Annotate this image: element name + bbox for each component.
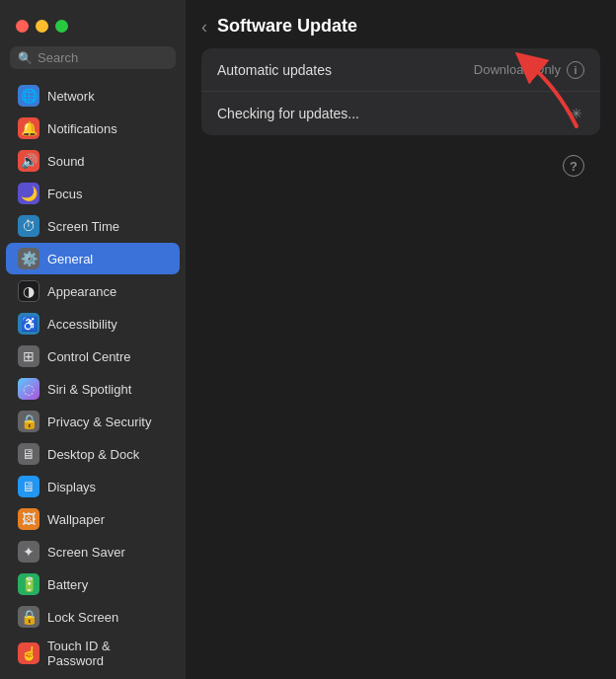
main-header: ‹ Software Update bbox=[186, 0, 616, 48]
row-value-area: Download Only i bbox=[474, 61, 584, 79]
sidebar-items: 🌐Network🔔Notifications🔊Sound🌙Focus⏱Scree… bbox=[0, 79, 186, 679]
automatic-updates-row: Automatic updates Download Only i bbox=[201, 48, 600, 92]
sidebar-item-screensaver[interactable]: ✦Screen Saver bbox=[6, 536, 180, 567]
sound-icon: 🔊 bbox=[18, 150, 39, 172]
sidebar-item-siri[interactable]: ◌Siri & Spotlight bbox=[6, 373, 180, 405]
accessibility-icon: ♿ bbox=[18, 313, 39, 335]
siri-icon: ◌ bbox=[18, 378, 39, 400]
spinner-icon bbox=[569, 106, 584, 121]
sidebar-item-privacy[interactable]: 🔒Privacy & Security bbox=[6, 406, 180, 437]
checking-text: Checking for updates... bbox=[217, 106, 359, 121]
sidebar-item-users[interactable]: 👥Users & Groups bbox=[6, 674, 180, 679]
sidebar-label-touchid: Touch ID & Password bbox=[47, 639, 168, 668]
sidebar-item-appearance[interactable]: ◑Appearance bbox=[6, 275, 180, 307]
lockscreen-icon: 🔒 bbox=[18, 606, 39, 628]
sidebar-item-displays[interactable]: 🖥Displays bbox=[6, 471, 180, 502]
minimize-button[interactable] bbox=[36, 20, 48, 33]
sidebar-item-controlcentre[interactable]: ⊞Control Centre bbox=[6, 340, 180, 372]
screentime-icon: ⏱ bbox=[18, 215, 39, 237]
sidebar-label-sound: Sound bbox=[47, 154, 85, 169]
page-title: Software Update bbox=[217, 16, 357, 37]
main-content: ‹ Software Update Automatic updates Down… bbox=[186, 0, 616, 185]
notifications-icon: 🔔 bbox=[18, 117, 39, 139]
automatic-updates-value: Download Only bbox=[474, 62, 561, 77]
appearance-icon: ◑ bbox=[18, 280, 39, 302]
sidebar-item-wallpaper[interactable]: 🖼Wallpaper bbox=[6, 503, 180, 535]
sidebar-label-appearance: Appearance bbox=[47, 284, 116, 299]
help-button[interactable]: ? bbox=[563, 155, 584, 177]
sidebar-item-battery[interactable]: 🔋Battery bbox=[6, 568, 180, 600]
maximize-button[interactable] bbox=[55, 20, 68, 33]
sidebar-label-siri: Siri & Spotlight bbox=[47, 382, 131, 397]
wallpaper-icon: 🖼 bbox=[18, 508, 39, 530]
focus-icon: 🌙 bbox=[18, 183, 39, 204]
sidebar-item-general[interactable]: ⚙️General bbox=[6, 243, 180, 274]
screensaver-icon: ✦ bbox=[18, 541, 39, 563]
close-button[interactable] bbox=[16, 20, 29, 33]
sidebar-label-battery: Battery bbox=[47, 577, 88, 592]
sidebar-item-touchid[interactable]: ☝Touch ID & Password bbox=[6, 634, 180, 673]
sidebar-label-lockscreen: Lock Screen bbox=[47, 610, 118, 625]
sidebar-label-wallpaper: Wallpaper bbox=[47, 512, 105, 527]
sidebar-label-accessibility: Accessibility bbox=[47, 317, 117, 332]
checking-row: Checking for updates... bbox=[201, 92, 600, 135]
network-icon: 🌐 bbox=[18, 85, 39, 107]
sidebar-item-network[interactable]: 🌐Network bbox=[6, 80, 180, 112]
sidebar: 🔍 Search 🌐Network🔔Notifications🔊Sound🌙Fo… bbox=[0, 0, 186, 679]
sidebar-item-screentime[interactable]: ⏱Screen Time bbox=[6, 210, 180, 242]
sidebar-label-focus: Focus bbox=[47, 187, 82, 201]
battery-icon: 🔋 bbox=[18, 573, 39, 595]
back-button[interactable]: ‹ bbox=[201, 18, 207, 36]
sidebar-item-sound[interactable]: 🔊Sound bbox=[6, 145, 180, 177]
search-label: Search bbox=[38, 50, 78, 65]
main-panel: ‹ Software Update Automatic updates Down… bbox=[186, 0, 616, 679]
sidebar-label-network: Network bbox=[47, 89, 95, 104]
sidebar-item-accessibility[interactable]: ♿Accessibility bbox=[6, 308, 180, 340]
search-icon: 🔍 bbox=[18, 51, 33, 65]
sidebar-item-notifications[interactable]: 🔔Notifications bbox=[6, 113, 180, 144]
desktop-icon: 🖥 bbox=[18, 443, 39, 465]
sidebar-label-desktop: Desktop & Dock bbox=[47, 447, 139, 462]
traffic-lights bbox=[0, 10, 186, 46]
sidebar-label-screensaver: Screen Saver bbox=[47, 545, 125, 560]
privacy-icon: 🔒 bbox=[18, 411, 39, 432]
displays-icon: 🖥 bbox=[18, 476, 39, 497]
sidebar-item-focus[interactable]: 🌙Focus bbox=[6, 178, 180, 209]
sidebar-label-displays: Displays bbox=[47, 480, 96, 494]
content-area: Automatic updates Download Only i Checki… bbox=[186, 48, 616, 185]
touchid-icon: ☝ bbox=[18, 642, 39, 664]
controlcentre-icon: ⊞ bbox=[18, 345, 39, 367]
general-icon: ⚙️ bbox=[18, 248, 39, 269]
sidebar-label-privacy: Privacy & Security bbox=[47, 415, 151, 429]
sidebar-label-screentime: Screen Time bbox=[47, 219, 119, 234]
info-button[interactable]: i bbox=[567, 61, 584, 79]
automatic-updates-label: Automatic updates bbox=[217, 62, 332, 78]
sidebar-label-controlcentre: Control Centre bbox=[47, 349, 131, 364]
updates-card: Automatic updates Download Only i Checki… bbox=[201, 48, 600, 135]
sidebar-label-notifications: Notifications bbox=[47, 121, 117, 136]
sidebar-item-lockscreen[interactable]: 🔒Lock Screen bbox=[6, 601, 180, 633]
search-box[interactable]: 🔍 Search bbox=[10, 46, 176, 69]
sidebar-item-desktop[interactable]: 🖥Desktop & Dock bbox=[6, 438, 180, 470]
sidebar-label-general: General bbox=[47, 252, 93, 266]
